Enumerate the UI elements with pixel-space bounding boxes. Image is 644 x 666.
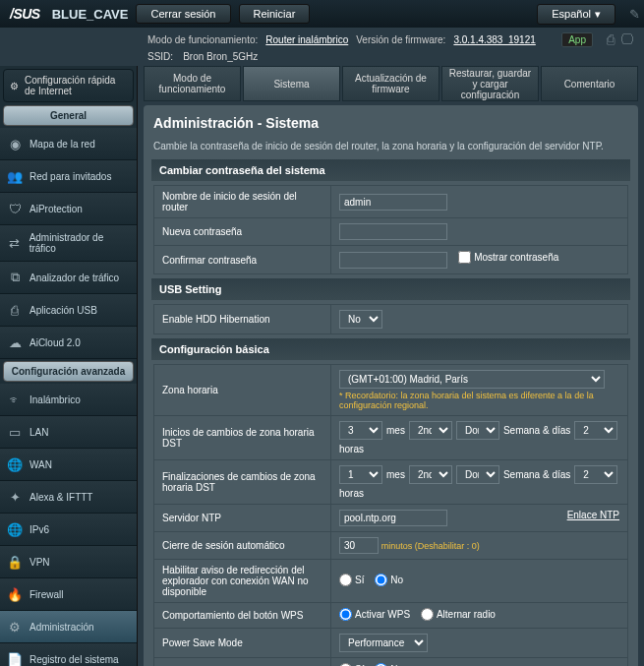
page-desc: Cambie la contraseña de inicio de sesión… bbox=[153, 141, 628, 151]
tab[interactable]: Comentario bbox=[541, 66, 638, 101]
wan-redirect-label: Habilitar aviso de redirección del explo… bbox=[154, 560, 331, 603]
psm-select[interactable]: Performance bbox=[339, 634, 428, 652]
sidebar-item[interactable]: 📄Registro del sistema bbox=[0, 643, 137, 666]
reboot-button[interactable]: Reiniciar bbox=[239, 4, 311, 24]
dst-week-unit: Semana & días bbox=[503, 425, 570, 436]
sidebar-item-label: Administración bbox=[29, 622, 94, 633]
toolbar-icons: ✎ bbox=[629, 7, 640, 22]
sidebar-icon: ⎙ bbox=[6, 301, 24, 319]
tab[interactable]: Sistema bbox=[243, 66, 340, 101]
login-name-label: Nombre de inicio de sesión del router bbox=[154, 186, 331, 218]
sidebar-icon: ✦ bbox=[6, 488, 24, 506]
sidebar-item[interactable]: ▭LAN bbox=[0, 416, 137, 449]
tab[interactable]: Restaurar, guardar y cargar configuració… bbox=[441, 66, 539, 101]
quick-setup[interactable]: ⚙ Configuración rápida de Internet bbox=[3, 69, 134, 102]
model-name: BLUE_CAVE bbox=[52, 7, 129, 22]
dst-start-day[interactable]: Dom bbox=[456, 421, 499, 440]
sidebar-item[interactable]: ⚙Administración bbox=[0, 611, 137, 643]
language-label: Español bbox=[552, 8, 591, 20]
sidebar-item[interactable]: 🌐IPv6 bbox=[0, 514, 137, 546]
wps-activate[interactable]: Activar WPS bbox=[339, 608, 410, 621]
sidebar-item[interactable]: 🛡AiProtection bbox=[0, 193, 137, 225]
dst-start-hour[interactable]: 2 bbox=[574, 421, 617, 440]
fw-label: Versión de firmware: bbox=[356, 34, 445, 45]
fw-value[interactable]: 3.0.1.4.383_19121 bbox=[453, 34, 535, 45]
logout-button[interactable]: Cerrar sesión bbox=[136, 4, 230, 24]
dst-end-month[interactable]: 1 bbox=[339, 465, 382, 484]
ssid-value: Bron Bron_5GHz bbox=[183, 51, 258, 62]
sidebar-icon: ᯤ bbox=[6, 391, 24, 408]
sidebar-item-label: Red para invitados bbox=[29, 171, 111, 182]
sidebar-item[interactable]: 🔥Firewall bbox=[0, 578, 137, 611]
sidebar-item-label: Administrador de tráfico bbox=[29, 232, 131, 254]
wan-redirect-yes[interactable]: Sí bbox=[339, 574, 364, 586]
sidebar-icon: 🌐 bbox=[6, 520, 24, 538]
dst-end-ord[interactable]: 2nd bbox=[409, 465, 452, 484]
sidebar-item[interactable]: 🌐WAN bbox=[0, 449, 137, 481]
sidebar-item[interactable]: ✦Alexa & IFTTT bbox=[0, 481, 137, 514]
sidebar: ⚙ Configuración rápida de Internet Gener… bbox=[0, 66, 138, 666]
show-password-wrap[interactable]: Mostrar contraseña bbox=[458, 251, 558, 264]
dst-end-hour[interactable]: 2 bbox=[574, 465, 617, 484]
ntp-server-input[interactable] bbox=[339, 510, 447, 526]
timezone-select[interactable]: (GMT+01:00) Madrid, París bbox=[339, 370, 605, 389]
sidebar-item[interactable]: ☁AiCloud 2.0 bbox=[0, 327, 137, 359]
dst-week-unit2: Semana & días bbox=[503, 469, 570, 480]
autologout-label: Cierre de sesión automático bbox=[154, 532, 331, 560]
dst-month-unit2: mes bbox=[386, 469, 405, 480]
show-password-checkbox[interactable] bbox=[458, 251, 471, 264]
main-content: Modo de funcionamientoSistemaActualizaci… bbox=[138, 66, 644, 666]
sidebar-icon: 🔒 bbox=[6, 553, 24, 571]
login-name-input[interactable] bbox=[339, 194, 447, 211]
page-title: Administración - Sistema bbox=[153, 115, 628, 131]
ntp-link[interactable]: Enlace NTP bbox=[567, 510, 619, 520]
sidebar-item-label: Registro del sistema bbox=[29, 654, 119, 665]
app-badge[interactable]: App bbox=[561, 32, 593, 47]
sidebar-item-label: IPv6 bbox=[29, 524, 49, 535]
radio-yes-label: Sí bbox=[355, 575, 364, 585]
sidebar-icon: ⚙ bbox=[6, 618, 24, 636]
sidebar-item[interactable]: ⧉Analizador de tráfico bbox=[0, 262, 137, 294]
confirm-password-label: Confirmar contraseña bbox=[154, 246, 331, 274]
reboot-scheduler-label: Enable Reboot Scheduler bbox=[154, 658, 331, 667]
timezone-warning: * Recordatorio: la zona horaria del sist… bbox=[339, 391, 619, 410]
new-password-label: Nueva contraseña bbox=[154, 218, 331, 246]
quick-setup-label: Configuración rápida de Internet bbox=[25, 75, 127, 96]
dst-end-day[interactable]: Dom bbox=[456, 465, 499, 484]
sidebar-item[interactable]: ◉Mapa de la red bbox=[0, 128, 137, 160]
sidebar-item[interactable]: ⎙Aplicación USB bbox=[0, 294, 137, 327]
sidebar-item-label: Inalámbrico bbox=[29, 394, 81, 405]
dst-start-month[interactable]: 3 bbox=[339, 421, 382, 440]
wan-redirect-no[interactable]: No bbox=[375, 574, 403, 586]
ssid-label: SSID: bbox=[147, 51, 173, 62]
usb-icon[interactable]: ⎙ bbox=[607, 31, 615, 47]
general-section-title: General bbox=[3, 105, 134, 126]
sidebar-item[interactable]: ⇄Administrador de tráfico bbox=[0, 225, 137, 262]
hdd-hibernation-select[interactable]: No bbox=[339, 310, 382, 329]
sidebar-item[interactable]: ᯤInalámbrico bbox=[0, 384, 137, 416]
sidebar-icon: 🔥 bbox=[6, 585, 24, 603]
sidebar-icon: ☁ bbox=[6, 333, 24, 351]
confirm-password-input[interactable] bbox=[339, 252, 447, 269]
wps-opt2-label: Alternar radio bbox=[437, 609, 496, 620]
show-password-label: Mostrar contraseña bbox=[474, 252, 558, 263]
tab[interactable]: Modo de funcionamiento bbox=[144, 66, 241, 101]
wps-toggle-radio[interactable]: Alternar radio bbox=[421, 608, 496, 621]
sidebar-icon: ⧉ bbox=[6, 269, 24, 286]
sidebar-item[interactable]: 👥Red para invitados bbox=[0, 160, 137, 193]
sidebar-icon: 👥 bbox=[6, 167, 24, 185]
sidebar-item-label: AiCloud 2.0 bbox=[29, 337, 81, 348]
dst-start-ord[interactable]: 2nd bbox=[409, 421, 452, 440]
wps-opt1-label: Activar WPS bbox=[355, 609, 410, 620]
sidebar-item-label: Aplicación USB bbox=[29, 305, 97, 316]
mode-value[interactable]: Router inalámbrico bbox=[265, 34, 348, 45]
language-selector[interactable]: Español ▾ bbox=[537, 4, 615, 25]
autologout-input[interactable] bbox=[339, 537, 379, 554]
sidebar-item[interactable]: 🔒VPN bbox=[0, 546, 137, 578]
tab[interactable]: Actualización de firmware bbox=[342, 66, 439, 101]
dst-end-label: Finalizaciones de cambios de zona horari… bbox=[154, 460, 331, 505]
new-password-input[interactable] bbox=[339, 223, 447, 240]
sidebar-item-label: LAN bbox=[29, 427, 48, 438]
monitor-icon[interactable]: 🖵 bbox=[620, 31, 634, 47]
mode-label: Modo de funcionamiento: bbox=[147, 34, 258, 45]
